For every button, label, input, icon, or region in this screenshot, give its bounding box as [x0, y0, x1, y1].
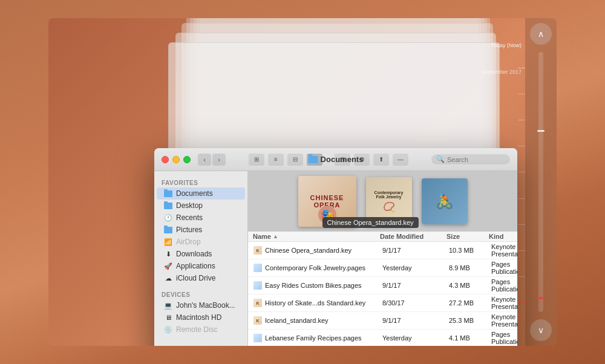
sidebar-label: Documents [176, 189, 213, 198]
sidebar-label: Recents [176, 213, 203, 222]
slideshow-button[interactable]: — [393, 154, 408, 166]
sidebar-item-pictures[interactable]: Pictures [157, 224, 245, 236]
sidebar-label: AirDrop [176, 238, 201, 246]
file-name: History of Skate...ds Standard.key [265, 299, 382, 307]
zoom-button[interactable] [183, 156, 191, 163]
view-list-button[interactable]: ≡ [268, 154, 284, 166]
file-kind: Keynote Presentation [491, 296, 517, 310]
file-size: 10.3 MB [449, 247, 491, 254]
file-list-header: Name ▲ Date Modified Size Kind [248, 232, 517, 242]
forward-button[interactable]: › [212, 154, 226, 166]
file-kind: Pages Publication [491, 261, 517, 275]
file-row[interactable]: Easy Rides Custom Bikes.pages 9/1/17 4.3… [248, 277, 517, 294]
file-size: 4.3 MB [449, 282, 491, 289]
col-kind-header[interactable]: Kind [489, 233, 512, 240]
sidebar-label: Pictures [176, 226, 202, 234]
col-date-header[interactable]: Date Modified [380, 233, 446, 240]
sidebar-label: iCloud Drive [176, 274, 215, 282]
finder-window: ‹ › ⊞ ≡ ⊟ ⊠ ⊡ ⚙ ⬆ — 🔍 Documents [154, 148, 517, 346]
file-date: Yesterday [382, 334, 449, 342]
sidebar-item-remotedisc[interactable]: 💿 Remote Disc [157, 323, 245, 336]
file-date: Yesterday [382, 264, 449, 271]
applications-icon: 🚀 [164, 262, 172, 270]
downloads-icon: ⬇ [164, 250, 172, 258]
laptop-icon: 💻 [164, 301, 172, 310]
view-icon-button[interactable]: ⊞ [249, 154, 264, 166]
finder-titlebar: ‹ › ⊞ ≡ ⊟ ⊠ ⊡ ⚙ ⬆ — 🔍 Documents [154, 148, 517, 171]
sidebar-label: Applications [176, 262, 215, 270]
folder-icon [164, 226, 172, 234]
search-input[interactable] [447, 156, 502, 163]
minimize-button[interactable] [172, 156, 180, 163]
file-icon-pages [253, 263, 263, 273]
view-group-button[interactable]: ⊡ [335, 154, 350, 166]
view-cover-button[interactable]: ⊠ [307, 154, 322, 166]
sidebar-item-macintosh[interactable]: 🖥 Macintosh HD [157, 311, 245, 323]
sort-arrow: ▲ [273, 233, 278, 239]
sidebar-item-desktop[interactable]: Desktop [157, 200, 245, 212]
file-date: 8/30/17 [382, 299, 449, 307]
drive-icon: 🖥 [164, 313, 172, 322]
file-name: Chinese Opera_standard.key [265, 247, 382, 254]
file-name: Iceland_standard.key [265, 317, 382, 324]
sidebar-item-downloads[interactable]: ⬇ Downloads [157, 248, 245, 260]
file-list: Name ▲ Date Modified Size Kind K Chinese… [248, 232, 517, 346]
folder-icon [164, 201, 172, 210]
file-size: 4.1 MB [449, 334, 491, 342]
file-size: 27.2 MB [449, 299, 491, 307]
col-name-header[interactable]: Name ▲ [253, 233, 380, 240]
file-name: Contemporary Folk Jewelry.pages [265, 264, 382, 271]
file-date: 9/1/17 [382, 282, 449, 289]
file-row[interactable]: Contemporary Folk Jewelry.pages Yesterda… [248, 259, 517, 277]
preview-area: CHINESEOPERA 🎭 ContemporaryFolk Jewelry … [248, 171, 517, 232]
search-icon: 🔍 [436, 155, 445, 163]
close-button[interactable] [162, 156, 169, 163]
file-date: 9/1/17 [382, 317, 449, 324]
file-name: Lebanese Family Recipes.pages [265, 334, 382, 342]
file-name: Easy Rides Custom Bikes.pages [265, 282, 382, 289]
file-icon-pages [253, 333, 263, 343]
file-date: 9/1/17 [382, 247, 449, 254]
favorites-label: Favorites [154, 177, 247, 187]
file-icon-pages [253, 281, 263, 290]
file-row[interactable]: K History of Skate...ds Standard.key 8/3… [248, 294, 517, 312]
col-size-header[interactable]: Size [446, 233, 489, 240]
finder-content: CHINESEOPERA 🎭 ContemporaryFolk Jewelry … [248, 171, 517, 346]
file-kind: Keynote Presentation [491, 313, 517, 328]
sidebar-label: John's MacBook... [176, 301, 235, 310]
sidebar-item-documents[interactable]: Documents [157, 187, 245, 200]
file-row[interactable]: Lebanese Family Recipes.pages Yesterday … [248, 330, 517, 346]
file-row[interactable]: K Iceland_standard.key 9/1/17 25.3 MB Ke… [248, 312, 517, 330]
search-box[interactable]: 🔍 [431, 154, 510, 164]
action-button[interactable]: ⚙ [354, 154, 370, 166]
tm-today-marker [537, 130, 544, 132]
sidebar-item-airdrop[interactable]: 📶 AirDrop [157, 236, 245, 248]
file-row[interactable]: K Chinese Opera_standard.key 9/1/17 10.3… [248, 242, 517, 259]
desktop-area: ‹ › ⊞ ≡ ⊟ ⊠ ⊡ ⚙ ⬆ — 🔍 Documents [48, 18, 557, 346]
share-button[interactable]: ⬆ [373, 154, 389, 166]
sidebar-label: Remote Disc [176, 325, 218, 334]
file-kind: Pages Publication [491, 278, 517, 293]
finder-sidebar: Favorites Documents Desktop 🕐 Recents [154, 171, 248, 346]
back-button[interactable]: ‹ [198, 154, 211, 166]
time-machine-up-button[interactable]: ∧ [530, 23, 552, 45]
preview-thumb-bike[interactable]: 🚴 [422, 178, 468, 224]
file-kind: Keynote Presentation [491, 243, 517, 258]
file-icon-key: K [253, 245, 263, 255]
time-machine-down-button[interactable]: ∨ [530, 319, 552, 341]
sidebar-item-applications[interactable]: 🚀 Applications [157, 260, 245, 272]
toolbar-center: ⊞ ≡ ⊟ ⊠ ⊡ ⚙ ⬆ — [226, 154, 431, 166]
devices-label: Devices [154, 289, 247, 299]
sidebar-item-macbook[interactable]: 💻 John's MacBook... [157, 299, 245, 311]
file-icon-key: K [253, 316, 263, 325]
sidebar-item-icloud[interactable]: ☁ iCloud Drive [157, 272, 245, 284]
folder-icon [164, 189, 172, 198]
sidebar-label: Desktop [176, 201, 203, 210]
traffic-lights [162, 156, 191, 163]
view-column-button[interactable]: ⊟ [287, 154, 303, 166]
file-size: 8.9 MB [449, 264, 491, 271]
time-machine-timeline [538, 52, 543, 312]
sidebar-item-recents[interactable]: 🕐 Recents [157, 212, 245, 224]
disc-icon: 💿 [164, 325, 172, 334]
finder-body: Favorites Documents Desktop 🕐 Recents [154, 171, 517, 346]
